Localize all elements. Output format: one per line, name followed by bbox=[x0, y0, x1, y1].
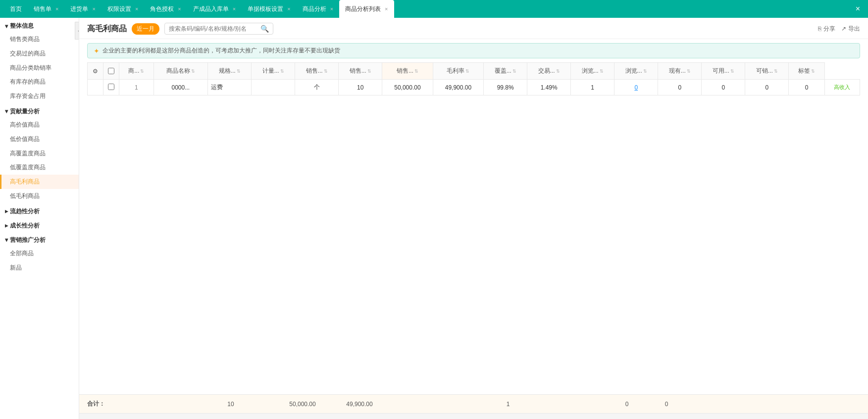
col-tag[interactable]: 标签 ⇅ bbox=[789, 63, 825, 80]
chevron-down-icon-2: ▾ bbox=[5, 108, 8, 115]
sidebar-item-stocked-goods[interactable]: 有库存的商品 bbox=[0, 75, 79, 89]
row-sales-profit: 49,900.00 bbox=[433, 80, 484, 95]
export-button[interactable]: ↗ 导出 bbox=[841, 25, 860, 33]
sidebar-item-all-goods[interactable]: 全部商品 bbox=[0, 246, 79, 261]
sidebar-group-marketing[interactable]: ▾ 营销推广分析 bbox=[0, 232, 79, 246]
sort-icon-qty[interactable]: ⇅ bbox=[324, 69, 328, 74]
sidebar-item-high-margin[interactable]: 高毛利商品 bbox=[0, 175, 79, 189]
col-sellable[interactable]: 可销... ⇅ bbox=[745, 63, 789, 80]
footer-trade: 1 bbox=[488, 401, 528, 408]
col-unit[interactable]: 计量... ⇅ bbox=[252, 63, 295, 80]
close-tab-goods-analysis-list[interactable]: × bbox=[385, 6, 388, 12]
nav-goods-analysis[interactable]: 商品分析 × bbox=[297, 0, 339, 18]
share-icon: ⎘ bbox=[818, 25, 821, 32]
select-all-checkbox[interactable] bbox=[108, 68, 114, 74]
footer-sales-amount: 50,000.00 bbox=[275, 401, 330, 408]
col-name[interactable]: 商品名称 ⇅ bbox=[153, 63, 208, 80]
col-spec[interactable]: 规格... ⇅ bbox=[208, 63, 252, 80]
footer-sales-profit: 49,900.00 bbox=[330, 401, 389, 408]
sort-icon-stock[interactable]: ⇅ bbox=[687, 69, 691, 74]
col-coverage[interactable]: 覆盖... ⇅ bbox=[484, 63, 527, 80]
close-tab-template[interactable]: × bbox=[287, 6, 290, 12]
close-tab-goods-analysis[interactable]: × bbox=[330, 6, 333, 12]
footer-empty3 bbox=[528, 401, 567, 408]
nav-sales[interactable]: 销售单 × bbox=[28, 0, 64, 18]
row-checkbox[interactable] bbox=[103, 80, 119, 95]
sidebar-item-low-value[interactable]: 低价值商品 bbox=[0, 132, 79, 146]
row-spec bbox=[252, 80, 295, 95]
col-code[interactable]: 商... ⇅ bbox=[119, 63, 154, 80]
sidebar-group-growth[interactable]: ▸ 成长性分析 bbox=[0, 218, 79, 232]
nav-permission[interactable]: 权限设置 × bbox=[102, 0, 144, 18]
window-close-button[interactable]: × bbox=[852, 4, 864, 13]
sort-icon-available[interactable]: ⇅ bbox=[730, 69, 734, 74]
sidebar-group-flow[interactable]: ▸ 流趋性分析 bbox=[0, 203, 79, 218]
search-input[interactable] bbox=[169, 25, 258, 32]
close-tab-permission[interactable]: × bbox=[135, 6, 138, 12]
sidebar-group-overall[interactable]: ▾ 整体信息 bbox=[0, 18, 79, 32]
col-sales-amount[interactable]: 销售... ⇅ bbox=[339, 63, 382, 80]
sort-icon-browse2[interactable]: ⇅ bbox=[643, 69, 647, 74]
col-sales-qty[interactable]: 销售... ⇅ bbox=[295, 63, 339, 80]
close-tab-purchase[interactable]: × bbox=[92, 6, 95, 12]
sidebar-collapse-button[interactable]: « bbox=[75, 22, 79, 40]
close-tab-sales[interactable]: × bbox=[55, 6, 58, 12]
sort-icon-tag[interactable]: ⇅ bbox=[811, 69, 815, 74]
filter-last-month-button[interactable]: 近一月 bbox=[132, 23, 159, 35]
search-icon[interactable]: 🔍 bbox=[260, 25, 269, 33]
sort-icon-name[interactable]: ⇅ bbox=[191, 69, 195, 74]
col-settings[interactable]: ⚙ bbox=[88, 63, 103, 80]
col-gross-margin[interactable]: 毛利率 ⇅ bbox=[433, 63, 484, 80]
row-select-checkbox[interactable] bbox=[108, 84, 114, 90]
sidebar-item-traded-goods[interactable]: 交易过的商品 bbox=[0, 47, 79, 61]
close-tab-product-inbound[interactable]: × bbox=[233, 6, 236, 12]
share-button[interactable]: ⎘ 分享 bbox=[818, 25, 835, 33]
sort-icon-code[interactable]: ⇅ bbox=[140, 69, 144, 74]
nav-purchase[interactable]: 进货单 × bbox=[64, 0, 101, 18]
sort-icon-margin[interactable]: ⇅ bbox=[465, 69, 469, 74]
row-trade: 1 bbox=[571, 80, 614, 95]
info-banner: ✦ 企业的主要的利润都是这部分商品创造的，可考虑加大推广，同时关注库存量不要出现… bbox=[87, 43, 860, 58]
sort-icon-unit[interactable]: ⇅ bbox=[280, 69, 284, 74]
row-sellable: 0 bbox=[789, 80, 825, 95]
nav-template[interactable]: 单据模板设置 × bbox=[242, 0, 296, 18]
sidebar-item-inventory-capital[interactable]: 库存资金占用 bbox=[0, 89, 79, 103]
col-checkbox[interactable] bbox=[103, 63, 119, 80]
sidebar-item-sales-goods[interactable]: 销售类商品 bbox=[0, 32, 79, 47]
col-available[interactable]: 可用... ⇅ bbox=[702, 63, 745, 80]
nav-role[interactable]: 角色授权 × bbox=[144, 0, 187, 18]
chevron-down-icon: ▾ bbox=[5, 23, 8, 30]
col-browse1[interactable]: 浏览... ⇅ bbox=[571, 63, 614, 80]
close-tab-role[interactable]: × bbox=[178, 6, 181, 12]
sidebar-item-low-margin[interactable]: 低毛利商品 bbox=[0, 189, 79, 203]
sort-icon-coverage[interactable]: ⇅ bbox=[512, 69, 516, 74]
nav-product-inbound[interactable]: 产成品入库单 × bbox=[187, 0, 242, 18]
horizontal-scrollbar[interactable] bbox=[79, 413, 868, 419]
sidebar-item-new-goods[interactable]: 新品 bbox=[0, 261, 79, 275]
chevron-right-icon-2: ▸ bbox=[5, 222, 8, 229]
sort-icon-browse1[interactable]: ⇅ bbox=[600, 69, 604, 74]
nav-goods-analysis-list[interactable]: 商品分析列表 × bbox=[339, 0, 394, 18]
footer-empty4 bbox=[567, 401, 607, 408]
sort-icon-spec[interactable]: ⇅ bbox=[237, 69, 241, 74]
row-browse1[interactable]: 0 bbox=[614, 80, 658, 95]
chevron-down-icon-3: ▾ bbox=[5, 236, 8, 243]
header-actions: ⎘ 分享 ↗ 导出 bbox=[818, 25, 860, 33]
sort-icon-sellable[interactable]: ⇅ bbox=[774, 69, 778, 74]
row-code: 0000... bbox=[153, 80, 208, 95]
col-trade[interactable]: 交易... ⇅ bbox=[527, 63, 571, 80]
nav-home[interactable]: 首页 bbox=[4, 0, 28, 18]
sidebar-item-category-help[interactable]: 商品分类助销率 bbox=[0, 61, 79, 75]
sort-icon-trade[interactable]: ⇅ bbox=[556, 69, 560, 74]
sidebar-item-high-coverage[interactable]: 高覆盖度商品 bbox=[0, 146, 79, 161]
sidebar-item-high-value[interactable]: 高价值商品 bbox=[0, 118, 79, 132]
col-current-stock[interactable]: 现有... ⇅ bbox=[658, 63, 702, 80]
sort-icon-amount[interactable]: ⇅ bbox=[367, 69, 371, 74]
row-name: 运费 bbox=[208, 80, 252, 95]
sidebar-group-contribution[interactable]: ▾ 贡献量分析 bbox=[0, 103, 79, 118]
col-browse2[interactable]: 浏览... ⇅ bbox=[614, 63, 658, 80]
footer-label: 合计： bbox=[87, 400, 186, 408]
sort-icon-profit[interactable]: ⇅ bbox=[414, 69, 418, 74]
sidebar-item-low-coverage[interactable]: 低覆盖度商品 bbox=[0, 160, 79, 175]
col-sales-profit[interactable]: 销售... ⇅ bbox=[382, 63, 433, 80]
